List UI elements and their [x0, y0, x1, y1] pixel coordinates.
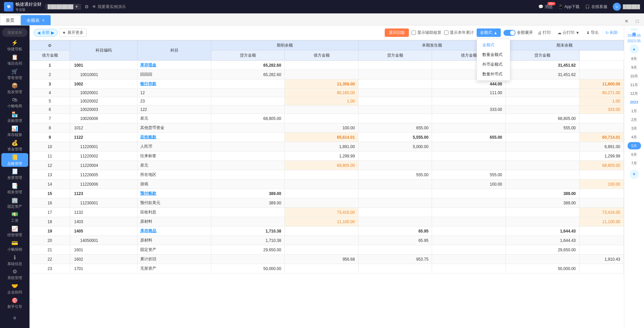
period-10[interactable]: 10月	[628, 72, 641, 80]
td-name[interactable]: 银行存款	[138, 79, 211, 89]
cloud-print-btn[interactable]: ☁ 云打印 ▼	[555, 29, 582, 37]
period-2[interactable]: 2月	[628, 116, 641, 123]
td-name[interactable]: 往来标签	[138, 151, 211, 161]
user-area[interactable]: U ██████	[613, 3, 640, 11]
export-btn[interactable]: ⬇ 导出	[584, 29, 601, 37]
td-name[interactable]: 12	[138, 89, 211, 97]
period-12[interactable]: 12月	[628, 90, 641, 97]
sidebar: ⚡ 快捷导航 📋 项目合同 🛒 零售管理 📦 批发管理 🛍 小畅电商 🏪 采购管…	[0, 25, 30, 328]
breadcrumb-all[interactable]: ◀ 全部 ▶	[34, 29, 58, 37]
td-name[interactable]: 差元	[138, 114, 211, 123]
sidebar-item-quicknav[interactable]: ⚡ 快捷导航	[1, 39, 28, 53]
sidebar-item-wholesale[interactable]: 📦 批发管理	[1, 82, 28, 95]
td-name[interactable]: 人民币	[138, 142, 211, 151]
panel-up-btn[interactable]: ▲	[630, 44, 639, 54]
sidebar-item-collab[interactable]: 🤝 企业协同	[1, 282, 28, 296]
message-btn[interactable]: 💬 消息 99+	[538, 4, 553, 10]
period-4[interactable]: 4月	[628, 133, 641, 141]
settings-icon[interactable]: ⚙	[85, 4, 89, 9]
period-1[interactable]: 1月	[628, 107, 641, 115]
period-3[interactable]: 3月	[628, 125, 641, 132]
mode-option-foreign-amount[interactable]: 外币金额式	[477, 60, 510, 69]
period-8[interactable]: 8月	[628, 55, 641, 62]
td-name[interactable]: 库存现金	[138, 61, 211, 70]
sidebar-item-capital[interactable]: 💰 资金管理	[1, 139, 28, 153]
td-name[interactable]: 回回回	[138, 70, 211, 79]
td-name[interactable]: 库存商品	[138, 226, 211, 236]
mode-option-qty-foreign[interactable]: 数量外币式	[477, 69, 510, 79]
sidebar-item-assets[interactable]: 🏢 固定资产	[1, 196, 28, 210]
sidebar-label-ecommerce: 小畅电商	[7, 104, 22, 109]
td-name[interactable]: 预付账款	[138, 189, 211, 198]
td-name[interactable]: 122	[138, 106, 211, 114]
mode-btn[interactable]: 金额式 ▲	[477, 28, 501, 37]
cloud-print-icon: ☁	[557, 30, 561, 35]
print-btn[interactable]: 🖨 打印	[536, 29, 553, 37]
td-name[interactable]: 原材料	[138, 217, 211, 226]
expand-more-btn[interactable]: ▼ 展开更多	[59, 28, 87, 37]
td-name[interactable]: 其他货币资金	[138, 123, 211, 133]
td-name[interactable]: 游戏	[138, 180, 211, 189]
td-credit_close	[579, 236, 624, 245]
sidebar-item-ecommerce[interactable]: 🛍 小畅电商	[1, 96, 28, 110]
sidebar-item-system[interactable]: ⚙ 系统管理	[1, 268, 28, 281]
tab-home[interactable]: 首页	[0, 15, 20, 25]
tab-collapse-btn[interactable]: ✕	[623, 17, 631, 25]
show-auxiliary-checkbox[interactable]: 显示辅助核算	[412, 30, 441, 36]
td-name[interactable]: 原材料	[138, 236, 211, 245]
tab-close-icon[interactable]: ✕	[42, 18, 45, 23]
sidebar-settings-btn[interactable]: ⚙	[1, 311, 28, 325]
th-settings[interactable]: ⚙	[30, 41, 70, 51]
sidebar-item-retail[interactable]: 🛒 零售管理	[1, 67, 28, 81]
sidebar-item-expense[interactable]: 💳 小畅报销	[1, 239, 28, 253]
refresh-btn[interactable]: ↻ 刷新	[603, 29, 620, 37]
demo-icon: 👁	[92, 4, 96, 9]
ytd-check[interactable]	[444, 30, 448, 35]
sidebar-item-newbie[interactable]: 🎯 新手引导	[1, 296, 28, 310]
mode-option-qty-amount[interactable]: 数量金额式	[477, 50, 510, 60]
sidebar-item-inventory[interactable]: 📊 库存核算	[1, 125, 28, 138]
period-9[interactable]: 9月	[628, 64, 641, 71]
tab-balance[interactable]: 余额表 ✕	[21, 15, 51, 25]
sidebar-item-ledger[interactable]: 📒 总账管理	[1, 153, 28, 167]
period-5[interactable]: 5月	[628, 142, 641, 149]
td-name[interactable]: 累计折旧	[138, 255, 211, 264]
sidebar-item-payroll[interactable]: 💵 工资	[1, 210, 28, 224]
period-6[interactable]: 6月	[628, 151, 641, 158]
sidebar-item-project[interactable]: 📋 项目合同	[1, 53, 28, 67]
sidebar-item-invoice[interactable]: 🧾 发票管理	[1, 168, 28, 181]
td-name[interactable]: 应收利息	[138, 208, 211, 217]
period-date-1[interactable]: 2023.05	[628, 34, 641, 38]
show-ytd-checkbox[interactable]: 显示本年累计	[444, 30, 474, 36]
company-select[interactable]: █████████ ▼	[45, 4, 81, 10]
td-name[interactable]: 23	[138, 97, 211, 106]
period-11[interactable]: 11月	[628, 81, 641, 88]
sidebar-item-basic[interactable]: ℹ 基础信息	[1, 253, 28, 267]
td-name[interactable]: 固定资产	[138, 245, 211, 255]
td-name[interactable]: 差元	[138, 161, 211, 170]
sidebar-item-purchase[interactable]: 🏪 采购管理	[1, 110, 28, 124]
online-service-btn[interactable]: 🎧 在线客服	[585, 4, 607, 10]
td-name[interactable]: 无形资产	[138, 264, 211, 273]
period-year-2023[interactable]: 2023	[628, 99, 641, 106]
sidebar-item-tax[interactable]: 📑 税务管理	[1, 182, 28, 196]
period-date-2[interactable]: 2023.05	[628, 39, 641, 43]
tab-expand-btn[interactable]: □	[633, 17, 641, 25]
period-7[interactable]: 7月	[628, 159, 641, 167]
td-name[interactable]: 预付款美元	[138, 198, 211, 208]
demo-link[interactable]: 👁 我要看实例演示	[92, 4, 126, 10]
app-download-btn[interactable]: 📱 App下载	[558, 4, 580, 10]
search-input[interactable]	[2, 28, 28, 37]
panel-down-btn[interactable]: ▼	[630, 170, 639, 179]
td-name[interactable]: 所在地区	[138, 170, 211, 180]
period-title[interactable]: 期间选择	[631, 28, 638, 31]
auxiliary-check[interactable]	[412, 30, 416, 35]
expand-all-toggle[interactable]: 全部展开	[503, 30, 533, 36]
company-name: █████████	[48, 4, 73, 9]
top-bar-right: 💬 消息 99+ 📱 App下载 🎧 在线客服 U ██████	[538, 3, 640, 11]
td-name[interactable]: 应收账款	[138, 133, 211, 142]
sidebar-item-operations[interactable]: 📈 经营管理	[1, 225, 28, 239]
toggle-switch[interactable]	[503, 30, 516, 36]
mode-option-amount[interactable]: 金额式	[477, 40, 510, 50]
return-old-btn[interactable]: 退回旧版	[385, 28, 409, 37]
